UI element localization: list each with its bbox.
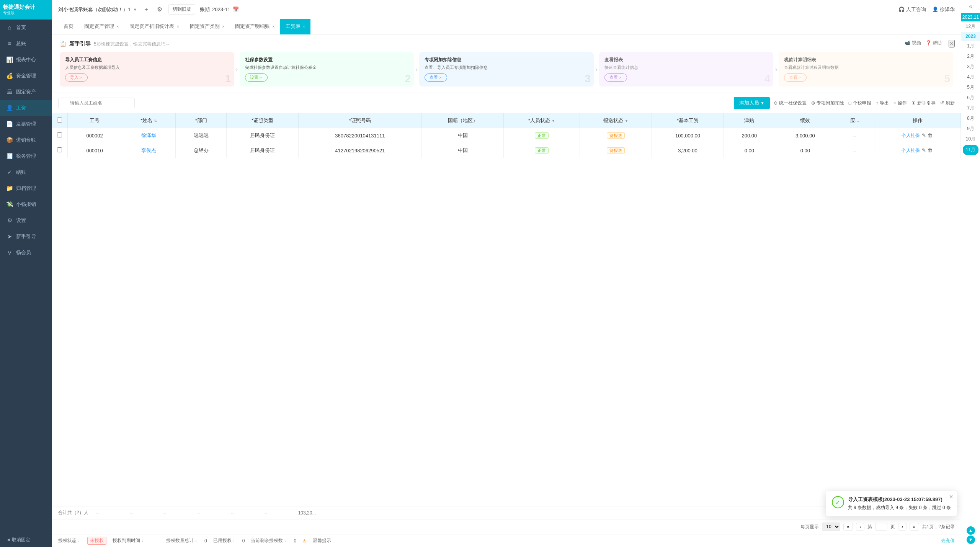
- sidebar-item-expense[interactable]: 💸小畅报销: [0, 196, 52, 212]
- toolbar-guide-btn[interactable]: ①新手引导: [911, 100, 936, 106]
- toolbar-refresh-btn[interactable]: ↺刷新: [940, 100, 955, 106]
- first-page-btn[interactable]: «: [843, 523, 853, 531]
- tab-close-depreciation[interactable]: ×: [176, 24, 179, 29]
- sidebar-item-archive[interactable]: 📁归档管理: [0, 180, 52, 196]
- col-header-name[interactable]: *姓名 ⇅: [122, 113, 176, 128]
- month-item-2[interactable]: 1月: [961, 41, 980, 51]
- add-person-btn[interactable]: 添加人员 ▼: [734, 97, 770, 109]
- prev-page-btn[interactable]: ‹: [856, 523, 864, 531]
- sidebar-unpin[interactable]: ◄ 取消固定: [0, 533, 52, 547]
- month-item-10[interactable]: 9月: [961, 124, 980, 134]
- toolbar-social-insurance-btn[interactable]: ⊙统一社保设置: [774, 100, 807, 106]
- help-link[interactable]: ❓ 帮助: [926, 40, 942, 46]
- row-checkbox-0[interactable]: [57, 132, 62, 137]
- performance-1: 0.00: [800, 148, 810, 153]
- row-checkbox-1[interactable]: [57, 147, 62, 152]
- sidebar-item-guide[interactable]: ➤新手引导: [0, 229, 52, 245]
- sidebar-item-fixed-assets[interactable]: 🏛固定资产: [0, 84, 52, 100]
- performance-0: 3,000.00: [795, 133, 815, 139]
- action-social-0[interactable]: 个人社保: [902, 133, 920, 138]
- tab-close-asset-types[interactable]: ×: [222, 24, 224, 29]
- toolbar-tax-report-btn[interactable]: □个税申报: [849, 100, 871, 106]
- month-item-6[interactable]: 5月: [961, 82, 980, 93]
- recharge-link[interactable]: 去充值: [941, 537, 955, 544]
- tab-asset-detail[interactable]: 固定资产明细账×: [230, 19, 280, 34]
- add-account-btn[interactable]: ＋: [142, 4, 151, 15]
- step-btn-5[interactable]: 查看＞: [784, 73, 807, 82]
- toolbar-special-deduction-btn[interactable]: ⊕专项附加扣除: [811, 100, 844, 106]
- edit-icon-1[interactable]: ✎: [922, 147, 926, 153]
- col-header-send-status[interactable]: 报送状态 ▼: [580, 113, 652, 128]
- step-btn-3[interactable]: 查看＞: [425, 73, 447, 82]
- period-selector[interactable]: 账期 2023-11 📅: [200, 6, 239, 13]
- sidebar-item-reports[interactable]: 📊报表中心: [0, 52, 52, 68]
- refresh-icon: ↺: [940, 100, 944, 106]
- month-item-7[interactable]: 6月: [961, 93, 980, 103]
- col-header-status[interactable]: *人员状态 ▼: [504, 113, 580, 128]
- onboarding-close-btn[interactable]: ✕: [949, 40, 955, 47]
- tab-close-asset-detail[interactable]: ×: [272, 24, 274, 29]
- ai-consult-btn[interactable]: 🎧 人工咨询: [898, 6, 926, 13]
- month-item-5[interactable]: 4月: [961, 72, 980, 82]
- emp-name-0[interactable]: 徐泽华: [141, 132, 156, 138]
- col-header-allowance: 津贴: [724, 113, 775, 128]
- sidebar-label-payroll: 工资: [16, 105, 26, 111]
- delete-icon-0[interactable]: 🗑: [928, 132, 933, 138]
- tab-depreciation[interactable]: 固定资产折旧统计表×: [124, 19, 184, 34]
- step-btn-1[interactable]: 导入＞: [65, 73, 88, 82]
- step-btn-4[interactable]: 查看＞: [604, 73, 627, 82]
- tab-close-salary[interactable]: ×: [303, 24, 305, 29]
- video-link[interactable]: 📹 视频: [905, 40, 921, 46]
- user-profile-btn[interactable]: 👤 徐泽华: [932, 6, 955, 13]
- tab-close-fixed-assets[interactable]: ×: [116, 24, 119, 29]
- sidebar-item-general-ledger[interactable]: ≡总账: [0, 36, 52, 52]
- sidebar-label-funds: 资金管理: [16, 72, 36, 79]
- sidebar-item-member[interactable]: V畅会员: [0, 245, 52, 261]
- month-item-1[interactable]: 2023: [961, 32, 980, 41]
- tab-salary[interactable]: 工资表×: [280, 19, 310, 34]
- month-item-4[interactable]: 3月: [961, 62, 980, 72]
- tab-fixed-assets[interactable]: 固定资产管理×: [79, 19, 124, 34]
- panel-up-arrow[interactable]: ▲: [967, 526, 975, 535]
- edit-icon-0[interactable]: ✎: [922, 132, 926, 138]
- month-item-12[interactable]: 11月: [963, 145, 978, 155]
- tab-home[interactable]: 首页: [58, 19, 79, 34]
- tab-asset-types[interactable]: 固定资产类别×: [185, 19, 230, 34]
- toolbar-export-btn[interactable]: ↑导出: [876, 100, 889, 106]
- sidebar-item-settings[interactable]: ⚙设置: [0, 212, 52, 229]
- sidebar-item-home[interactable]: ⌂首页: [0, 20, 52, 36]
- filter-icon: ▼: [625, 119, 629, 123]
- emp-name-1[interactable]: 李俊杰: [141, 147, 156, 153]
- sidebar-item-invoicing[interactable]: 📄发票管理: [0, 116, 52, 132]
- sidebar-item-close[interactable]: ✓结账: [0, 164, 52, 180]
- month-item-11[interactable]: 10月: [961, 134, 980, 144]
- month-item-3[interactable]: 2月: [961, 51, 980, 62]
- collapse-panel-btn[interactable]: «: [969, 0, 972, 13]
- month-item-9[interactable]: 8月: [961, 113, 980, 124]
- sidebar-item-tax[interactable]: 🧾税务管理: [0, 148, 52, 164]
- settings-btn[interactable]: ⚙: [155, 4, 164, 15]
- select-all-checkbox[interactable]: [57, 118, 62, 122]
- last-page-btn[interactable]: »: [910, 523, 919, 531]
- step-btn-2[interactable]: 设置＞: [245, 73, 268, 82]
- page-number-input[interactable]: 1: [875, 523, 887, 531]
- action-social-1[interactable]: 个人社保: [902, 148, 920, 153]
- sidebar-item-purchase-sales[interactable]: 📦进销台账: [0, 132, 52, 148]
- user-avatar-icon: 👤: [932, 7, 938, 12]
- sidebar-item-payroll[interactable]: 👤工资: [0, 100, 52, 116]
- search-input[interactable]: [58, 98, 135, 108]
- account-selector[interactable]: 刘小艳演示账套（勿删勿动！）1 ▼: [58, 6, 137, 13]
- month-item-8[interactable]: 7月: [961, 103, 980, 113]
- month-item-0[interactable]: 12月: [961, 21, 980, 32]
- purchase-sales-icon: 📦: [6, 137, 13, 144]
- delete-icon-1[interactable]: 🗑: [928, 147, 933, 153]
- status-badge-1: 正常: [535, 147, 549, 153]
- per-page-select[interactable]: 10 20 50: [822, 523, 840, 531]
- social-insurance-label: 统一社保设置: [779, 100, 807, 106]
- sidebar-item-funds[interactable]: 💰资金管理: [0, 68, 52, 84]
- switch-version-btn[interactable]: 切到旧版: [168, 4, 195, 15]
- panel-down-arrow[interactable]: ▼: [967, 536, 975, 544]
- toast-close-btn[interactable]: ✕: [949, 494, 953, 500]
- toolbar-operations-btn[interactable]: ≡操作: [893, 100, 907, 106]
- next-page-btn[interactable]: ›: [898, 523, 906, 531]
